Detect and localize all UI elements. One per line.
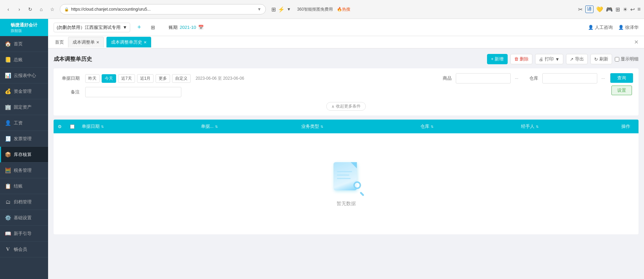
sidebar-item-ledger[interactable]: 📒 总账 (0, 52, 48, 68)
sidebar-item-reports[interactable]: 📊 云报表中心 (0, 68, 48, 83)
table-select-all[interactable] (66, 124, 78, 129)
translate-icon[interactable]: 译 (585, 5, 594, 13)
app-layout: 畅捷通好会计 旗舰版 🏠 首页 📒 总账 📊 云报表中心 💰 资金管理 (0, 19, 644, 279)
col-action-label: 操作 (621, 123, 630, 130)
sidebar-item-funds[interactable]: 💰 资金管理 (0, 83, 48, 99)
hot-search-label[interactable]: 🔥热搜 (337, 7, 350, 12)
select-all-checkbox[interactable] (70, 124, 75, 129)
sort-type-icon: ⇅ (320, 125, 323, 129)
date-range-display: 2023-06-06 至 2023-06-06 (195, 76, 244, 81)
sidebar-label-settings: 基础设置 (14, 215, 32, 221)
show-detail-checkbox[interactable] (615, 57, 619, 62)
refresh-button[interactable]: ↻ (25, 4, 35, 14)
col-date-label: 单据日期 (82, 123, 100, 130)
sun-icon[interactable]: ☀ (623, 6, 628, 13)
scissors-icon[interactable]: ✂ (578, 6, 583, 13)
sidebar-item-guide[interactable]: 📖 新手引导 (0, 226, 48, 242)
date-today-btn[interactable]: 今天 (102, 74, 116, 83)
grid-icon[interactable]: ⊞ (271, 6, 276, 13)
user-service-button[interactable]: 👤 人工咨询 (588, 24, 613, 31)
breadcrumb-home[interactable]: 首页 (54, 39, 65, 45)
date-more-btn[interactable]: 更多 (156, 74, 170, 83)
sidebar-item-inventory[interactable]: 📦 库存核算 (0, 147, 48, 163)
warehouse-ellipsis[interactable]: ··· (601, 76, 605, 81)
calendar-icon[interactable]: 📅 (198, 25, 204, 30)
export-button[interactable]: ↗ 导出 (566, 54, 588, 64)
wallet-icon[interactable]: 💛 (596, 6, 603, 13)
col-warehouse[interactable]: 仓库 ⇅ (417, 123, 517, 130)
collapse-filter-button[interactable]: ∧ 收起更多条件 (326, 102, 366, 111)
warehouse-filter-input[interactable] (542, 73, 597, 83)
menu-icon[interactable]: ≡ (637, 6, 641, 12)
tab-close-1[interactable]: ✕ (144, 40, 147, 45)
note-filter-input[interactable] (85, 87, 181, 97)
refresh-button[interactable]: ↻ 刷新 (590, 54, 612, 64)
new-button[interactable]: + 新增 (487, 54, 507, 64)
user-avatar[interactable]: 👤 徐泽华 (618, 24, 639, 31)
sidebar-item-assets[interactable]: 🏢 固定资产 (0, 99, 48, 115)
vip-icon: V (5, 246, 11, 252)
col-type[interactable]: 业务类型 ⇅ (298, 123, 417, 130)
forward-button[interactable]: › (14, 4, 24, 14)
sidebar-item-home[interactable]: 🏠 首页 (0, 36, 48, 52)
date-7days-btn[interactable]: 近7天 (118, 74, 135, 83)
col-number[interactable]: 单据... ⇅ (197, 123, 298, 130)
tab-cost-adjustment-history[interactable]: 成本调整单历史 ✕ (106, 37, 151, 47)
sidebar-item-archive[interactable]: 🗂 归档管理 (0, 194, 48, 210)
show-detail-label[interactable]: 显示明细 (615, 56, 639, 62)
url-text: https://cloud.chanjet.com/accounting/uru… (71, 7, 150, 12)
date-yesterday-btn[interactable]: 昨天 (85, 74, 100, 83)
print-dropdown-icon[interactable]: ▼ (555, 57, 560, 62)
sidebar-label-archive: 归档管理 (14, 199, 32, 205)
home-button[interactable]: ⌂ (36, 4, 46, 14)
tab-cost-adjustment[interactable]: 成本调整单 ✕ (68, 37, 104, 47)
star-button[interactable]: ☆ (47, 4, 57, 14)
apps-icon[interactable]: ⊞ (615, 6, 620, 13)
sidebar-item-settings[interactable]: ⚙️ 基础设置 (0, 210, 48, 226)
col-type-label: 业务类型 (301, 123, 319, 130)
sidebar-label-inventory: 库存核算 (14, 152, 32, 158)
add-tab-button[interactable]: + (134, 23, 144, 32)
sidebar-item-vip[interactable]: V 畅会员 (0, 242, 48, 257)
sidebar-item-invoice[interactable]: 🧾 发票管理 (0, 131, 48, 147)
close-all-tabs-button[interactable]: ✕ (634, 39, 639, 45)
date-custom-btn[interactable]: 自定义 (172, 74, 191, 83)
guide-icon: 📖 (5, 231, 11, 237)
goods-ellipsis[interactable]: ··· (515, 76, 518, 81)
dropdown-small-icon[interactable]: ▼ (287, 7, 291, 12)
set-button[interactable]: 设置 (611, 86, 632, 95)
game-icon[interactable]: 🎮 (606, 6, 613, 13)
sidebar-item-tax[interactable]: 🧮 税务管理 (0, 163, 48, 178)
goods-filter-input[interactable] (456, 73, 511, 83)
print-icon: 🖨 (539, 57, 543, 62)
address-bar[interactable]: 🔒 https://cloud.chanjet.com/accounting/u… (60, 4, 266, 14)
service-icon: 👤 (588, 25, 594, 30)
filter-date-row: 单据日期 昨天 今天 近7天 近1月 更多 自定义 2023-06-06 至 2… (59, 73, 605, 83)
smart-cutout-label[interactable]: 360智能抠图免费用 (297, 7, 333, 12)
company-selector[interactable]: (勿删勿禁用）江西服宝测试专用 ▼ (54, 23, 130, 32)
main-wrapper: (勿删勿禁用）江西服宝测试专用 ▼ + ⊞ 账期 2021-10 📅 👤 人工咨… (48, 19, 644, 279)
sidebar-label-tax: 税务管理 (14, 167, 32, 174)
lightning-icon[interactable]: ⚡ (278, 6, 285, 13)
col-date[interactable]: 单据日期 ⇅ (78, 123, 197, 130)
back-button[interactable]: ‹ (3, 4, 13, 14)
sidebar-item-closing[interactable]: 📋 结账 (0, 178, 48, 194)
query-button[interactable]: 查询 (610, 73, 633, 83)
undo-icon[interactable]: ↩ (630, 6, 635, 13)
tab-close-0[interactable]: ✕ (96, 40, 99, 45)
print-button[interactable]: 🖨 打印 ▼ (535, 54, 563, 64)
settings-icon: ⚙️ (5, 215, 11, 221)
sidebar-label-home: 首页 (14, 41, 23, 47)
col-handler[interactable]: 经手人 ⇅ (518, 123, 618, 130)
delete-button[interactable]: 🗑 删除 (510, 54, 533, 64)
sidebar-item-payroll[interactable]: 👤 工资 (0, 115, 48, 131)
apps-header-icon[interactable]: ⊞ (148, 23, 158, 32)
goods-filter-label: 商品 (443, 75, 452, 81)
browser-chrome: ‹ › ↻ ⌂ ☆ 🔒 https://cloud.chanjet.com/ac… (0, 0, 644, 19)
date-group: 昨天 今天 近7天 近1月 更多 自定义 2023-06-06 至 2023-0… (85, 74, 244, 83)
date-1month-btn[interactable]: 近1月 (137, 74, 154, 83)
table-settings-icon[interactable]: ⚙ (54, 124, 66, 129)
sidebar-label-vip: 畅会员 (14, 246, 27, 253)
warehouse-filter-label: 仓库 (529, 75, 538, 81)
archive-icon: 🗂 (5, 199, 11, 205)
